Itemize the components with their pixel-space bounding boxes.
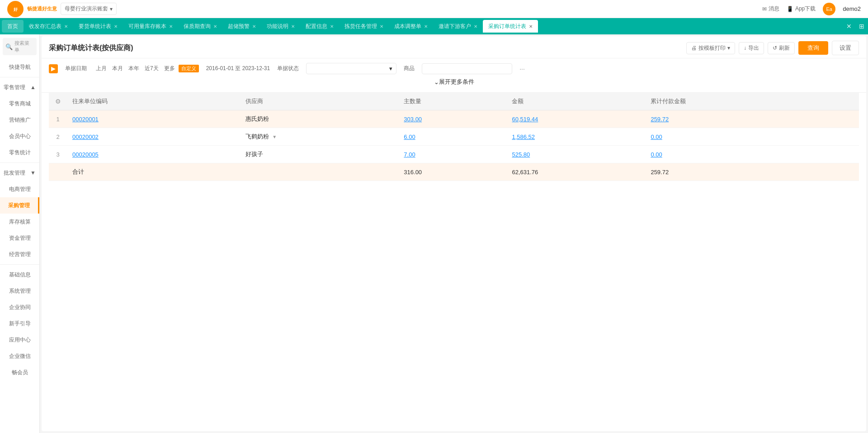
sidebar-item-app-center[interactable]: 应用中心 xyxy=(0,332,39,348)
sidebar-section-retail[interactable]: 零售管理 ▲ xyxy=(0,79,39,95)
sidebar-item-quick-nav[interactable]: 快捷导航 xyxy=(0,59,39,75)
date-shortcut-7days[interactable]: 近7天 xyxy=(143,64,160,73)
tab-pick-task[interactable]: 拣货任务管理 ✕ xyxy=(339,20,389,33)
sidebar-item-enterprise-collab[interactable]: 企业协同 xyxy=(0,299,39,315)
avatar[interactable]: Ea xyxy=(823,3,835,15)
tab-purchase-stats[interactable]: 采购订单统计表 ✕ xyxy=(483,20,538,33)
sidebar-item-capital-mgmt[interactable]: 资金管理 xyxy=(0,230,39,246)
sidebar-search-area[interactable]: 🔍 搜索菜单 xyxy=(0,34,39,59)
filter-row-1: ▶ 单据日期 上月 本月 本年 近7天 更多 自定义 2016-01-01 至 xyxy=(49,63,859,74)
date-custom-badge[interactable]: 自定义 xyxy=(179,65,199,72)
sidebar-item-marketing[interactable]: 营销推广 xyxy=(0,112,39,128)
close-icon[interactable]: ✕ xyxy=(291,24,295,29)
sidebar-item-label: 零售商城 xyxy=(9,100,31,108)
sidebar-item-label: 电商管理 xyxy=(9,186,31,193)
amount-link[interactable]: 1,586.52 xyxy=(512,133,535,140)
paid-link[interactable]: 0.00 xyxy=(651,133,662,140)
sidebar-item-system-mgmt[interactable]: 系统管理 xyxy=(0,283,39,299)
amount-link[interactable]: 60,519.44 xyxy=(512,116,538,123)
date-shortcut-this-year[interactable]: 本年 xyxy=(127,64,141,73)
nav-end-actions: ✕ ⊞ xyxy=(844,22,866,31)
sidebar-section-wholesale[interactable]: 批发管理 ▼ xyxy=(0,165,39,181)
cell-index: 1 xyxy=(49,110,67,128)
sidebar-item-member[interactable]: 畅会员 xyxy=(0,364,39,381)
close-icon[interactable]: ✕ xyxy=(380,24,383,29)
date-filter-label: 单据日期 xyxy=(65,65,87,72)
message-icon: ✉ xyxy=(762,6,767,12)
cell-index: 3 xyxy=(49,146,67,163)
sidebar-divider-3 xyxy=(0,264,39,265)
date-shortcut-last-month[interactable]: 上月 xyxy=(94,64,108,73)
export-label: 导出 xyxy=(748,44,759,52)
unit-code-link[interactable]: 00020002 xyxy=(72,133,99,140)
sidebar-item-ecommerce[interactable]: 电商管理 xyxy=(0,181,39,197)
sidebar-item-basic-info[interactable]: 基础信息 xyxy=(0,266,39,283)
tab-cost-adjust[interactable]: 成本调整单 ✕ xyxy=(389,20,433,33)
close-icon[interactable]: ✕ xyxy=(64,24,68,29)
more-fields-icon[interactable]: ··· xyxy=(519,65,525,72)
tab-usable-stock[interactable]: 可用量库存账本 ✕ xyxy=(123,20,178,33)
close-icon[interactable]: ✕ xyxy=(474,24,477,29)
tab-func-desc[interactable]: 功能说明 ✕ xyxy=(261,20,300,33)
close-icon[interactable]: ✕ xyxy=(330,24,334,29)
sidebar-item-purchase-mgmt[interactable]: 采购管理 xyxy=(0,197,39,214)
sidebar-item-newbie[interactable]: 新手引导 xyxy=(0,315,39,332)
tab-invite-downstream[interactable]: 邀请下游客户 ✕ xyxy=(433,20,483,33)
paid-link[interactable]: 0.00 xyxy=(651,151,662,158)
tab-validity[interactable]: 保质期查询 ✕ xyxy=(178,20,222,33)
cell-unit-code: 00020002 xyxy=(67,128,240,146)
date-shortcut-more[interactable]: 更多 xyxy=(162,64,177,73)
close-tab-btn[interactable]: ✕ xyxy=(844,22,854,31)
tab-collect-pay[interactable]: 收发存汇总表 ✕ xyxy=(24,20,73,33)
expand-more-btn[interactable]: ⌄ 展开更多条件 xyxy=(49,76,859,88)
qty-link[interactable]: 7.00 xyxy=(404,151,415,158)
close-icon[interactable]: ✕ xyxy=(169,24,173,29)
app-download-action[interactable]: 📱 App下载 xyxy=(787,5,816,13)
workspace-selector[interactable]: 母婴行业演示账套 ▾ xyxy=(61,3,117,15)
sidebar-item-member-center[interactable]: 会员中心 xyxy=(0,128,39,144)
table-row[interactable]: 2 00020002 飞鹤奶粉 ▼ 6.00 1,586.52 0.00 xyxy=(49,128,859,146)
status-filter-select[interactable]: ▾ xyxy=(306,63,396,74)
sidebar-item-label: 库存核算 xyxy=(9,218,31,226)
unit-code-link[interactable]: 00020001 xyxy=(72,116,99,123)
print-button[interactable]: 🖨 按模板打印 ▾ xyxy=(686,42,735,54)
qty-link[interactable]: 6.00 xyxy=(404,133,415,140)
sidebar-item-enterprise-wechat[interactable]: 企业微信 xyxy=(0,348,39,364)
table-header-row: ⚙ 往来单位编码 供应商 主数量 金额 累计付款金额 xyxy=(49,93,859,110)
close-icon[interactable]: ✕ xyxy=(213,24,217,29)
export-button[interactable]: ↓ 导出 xyxy=(739,42,764,54)
tab-overstock[interactable]: 超储预警 ✕ xyxy=(222,20,261,33)
sidebar-item-inventory-check[interactable]: 库存核算 xyxy=(0,214,39,230)
date-shortcut-this-month[interactable]: 本月 xyxy=(110,64,125,73)
table-row[interactable]: 3 00020005 好孩子 7.00 525.80 0.00 xyxy=(49,146,859,163)
goods-filter-label: 商品 xyxy=(404,65,415,72)
unit-code-link[interactable]: 00020005 xyxy=(72,151,99,158)
query-button[interactable]: 查询 xyxy=(798,41,828,55)
close-icon[interactable]: ✕ xyxy=(114,24,118,29)
tab-home[interactable]: 首页 xyxy=(2,20,24,33)
close-icon[interactable]: ✕ xyxy=(424,24,428,29)
close-icon[interactable]: ✕ xyxy=(529,24,533,29)
table-row[interactable]: 1 00020001 惠氏奶粉 303.00 60,519.44 259.72 xyxy=(49,110,859,128)
sidebar-item-retail-stats[interactable]: 零售统计 xyxy=(0,144,39,161)
maximize-tab-btn[interactable]: ⊞ xyxy=(857,22,866,31)
column-settings-icon[interactable]: ⚙ xyxy=(55,98,61,105)
goods-filter-input[interactable] xyxy=(422,63,512,74)
sidebar-search-box[interactable]: 🔍 搜索菜单 xyxy=(3,38,37,55)
amount-link[interactable]: 525.80 xyxy=(512,151,530,158)
sidebar-item-biz-mgmt[interactable]: 经营管理 xyxy=(0,246,39,262)
filter-toggle-btn[interactable]: ▶ xyxy=(49,64,58,73)
message-action[interactable]: ✉ 消息 xyxy=(762,5,779,13)
paid-link[interactable]: 259.72 xyxy=(651,116,669,123)
sidebar-item-retail-shop[interactable]: 零售商城 xyxy=(0,95,39,112)
chevron-down-icon: ▾ xyxy=(110,6,113,12)
cell-extra xyxy=(818,128,859,146)
refresh-button[interactable]: ↺ 刷新 xyxy=(768,42,795,54)
close-icon[interactable]: ✕ xyxy=(252,24,256,29)
tab-config-info[interactable]: 配置信息 ✕ xyxy=(300,20,339,33)
th-amount: 金额 xyxy=(506,93,645,110)
settings-button[interactable]: 设置 xyxy=(832,41,859,55)
qty-link[interactable]: 303.00 xyxy=(404,116,422,123)
tab-goods-stats[interactable]: 要货单统计表 ✕ xyxy=(73,20,123,33)
cell-paid: 259.72 xyxy=(645,110,818,128)
